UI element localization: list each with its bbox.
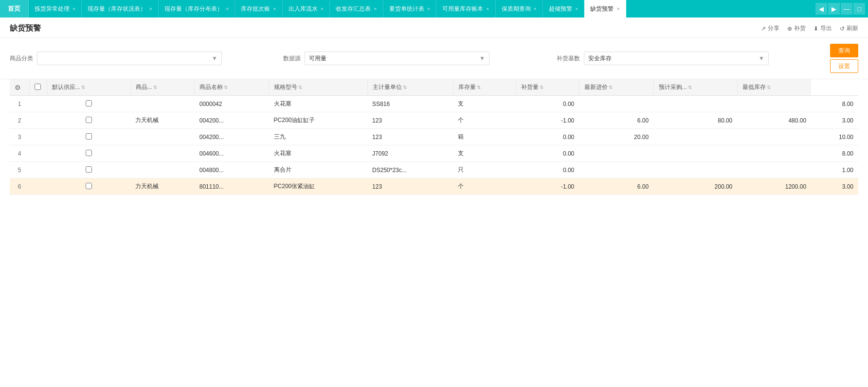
restock-button[interactable]: ⊕ 补货: [787, 24, 806, 33]
close-tab-inventory-dist[interactable]: ×: [226, 6, 229, 12]
page-header: 缺货预警 ↗ 分享 ⊕ 补货 ⬇ 导出 ↺ 刷新: [0, 18, 868, 38]
th-spec[interactable]: 规格型号 ⇅: [269, 79, 368, 96]
tab-overstock[interactable]: 超储预警 ×: [543, 0, 584, 18]
row-est-purchase: 1200.00: [737, 178, 811, 195]
row-checkbox-cell[interactable]: [47, 129, 130, 145]
row-checkbox-cell[interactable]: [47, 162, 130, 178]
row-restock-qty: 6.00: [579, 112, 653, 129]
row-stock: 0.00: [516, 145, 579, 162]
row-checkbox[interactable]: [86, 117, 92, 123]
table-row: 5 004800... 离合片 DS250*23c... 只 0.00 1.00: [10, 162, 858, 178]
nav-max-btn[interactable]: □: [853, 3, 865, 15]
row-checkbox-cell[interactable]: [47, 178, 130, 195]
row-num: 2: [10, 112, 29, 129]
th-settings[interactable]: ⚙: [10, 79, 29, 96]
datasource-select[interactable]: 可用量 ▼: [305, 52, 489, 65]
tab-available-ledger[interactable]: 可用量库存账本 ×: [436, 0, 495, 18]
row-checkbox-cell[interactable]: [47, 145, 130, 162]
export-icon: ⬇: [814, 25, 818, 32]
th-restock-qty[interactable]: 补货量 ⇅: [516, 79, 579, 96]
tab-batch-account[interactable]: 库存批次账 ×: [235, 0, 282, 18]
row-unit: 个: [453, 178, 516, 195]
close-tab-inventory-status[interactable]: ×: [149, 6, 152, 12]
row-code: 004200...: [195, 129, 269, 145]
tab-in-out-flow[interactable]: 出入库流水 ×: [283, 0, 330, 18]
row-latest-price: 80.00: [653, 112, 737, 129]
settings-button[interactable]: 设置: [830, 59, 858, 73]
refresh-button[interactable]: ↺ 刷新: [840, 24, 858, 33]
export-button[interactable]: ⬇ 导出: [814, 24, 832, 33]
row-checkbox-cell[interactable]: [47, 96, 130, 112]
filter-group-category: 商品分类 ▼: [10, 52, 273, 65]
nav-min-btn[interactable]: —: [841, 3, 852, 15]
row-checkbox-cell[interactable]: [47, 112, 130, 129]
row-min-stock: 10.00: [811, 129, 858, 145]
tab-order-stats[interactable]: 要货单统计表 ×: [383, 0, 436, 18]
row-settings-cell: [29, 129, 47, 145]
category-select[interactable]: ▼: [37, 52, 222, 65]
row-name: 火花塞: [269, 145, 368, 162]
row-checkbox[interactable]: [86, 133, 92, 140]
close-tab-available-ledger[interactable]: ×: [486, 6, 489, 12]
close-tab-order-stats[interactable]: ×: [427, 6, 430, 12]
share-icon: ↗: [761, 25, 766, 32]
th-stock[interactable]: 库存量 ⇅: [453, 79, 516, 96]
close-tab-overstock[interactable]: ×: [575, 6, 578, 12]
row-checkbox[interactable]: [86, 100, 92, 106]
query-button[interactable]: 查询: [830, 44, 858, 57]
row-code: 801110...: [195, 178, 269, 195]
row-restock-qty: [579, 145, 653, 162]
row-supplier: [130, 129, 195, 145]
tab-recv-summary[interactable]: 收发存汇总表 ×: [330, 0, 383, 18]
row-num: 3: [10, 129, 29, 145]
category-label: 商品分类: [10, 54, 33, 63]
row-min-stock: 8.00: [811, 96, 858, 112]
close-tab-batch-anomaly[interactable]: ×: [72, 6, 75, 12]
th-code[interactable]: 商品... ⇅: [130, 79, 195, 96]
close-tab-in-out-flow[interactable]: ×: [321, 6, 324, 12]
row-est-purchase: 480.00: [737, 112, 811, 129]
th-supplier[interactable]: 默认供应... ⇅: [47, 79, 130, 96]
tab-batch-anomaly[interactable]: 拣货异常处理 ×: [29, 0, 82, 18]
row-est-purchase: [737, 96, 811, 112]
row-min-stock: 8.00: [811, 145, 858, 162]
row-settings-cell: [29, 178, 47, 195]
row-est-purchase: [737, 129, 811, 145]
replenish-select[interactable]: 安全库存 ▼: [584, 52, 769, 65]
close-tab-expiry-query[interactable]: ×: [534, 6, 537, 12]
row-est-purchase: [737, 145, 811, 162]
th-latest-price[interactable]: 最新进价 ⇅: [579, 79, 653, 96]
table-row: 6 力天机械 801110... PC200张紧油缸 123 个 -1.00 6…: [10, 178, 858, 195]
nav-prev-btn[interactable]: ◀: [815, 3, 827, 15]
close-tab-recv-summary[interactable]: ×: [374, 6, 377, 12]
row-spec: SS816: [367, 96, 453, 112]
row-checkbox[interactable]: [86, 166, 92, 173]
header-actions: ↗ 分享 ⊕ 补货 ⬇ 导出 ↺ 刷新: [761, 24, 858, 33]
tab-shortage[interactable]: 缺货预警 ×: [584, 0, 626, 18]
filter-group-datasource: 数据源 可用量 ▼: [283, 52, 547, 65]
refresh-icon: ↺: [840, 25, 845, 32]
row-num: 1: [10, 96, 29, 112]
row-settings-cell: [29, 96, 47, 112]
th-unit[interactable]: 主计量单位 ⇅: [367, 79, 453, 96]
th-est-purchase[interactable]: 预计采购... ⇅: [653, 79, 737, 96]
share-button[interactable]: ↗ 分享: [761, 24, 779, 33]
th-min-stock[interactable]: 最低库存 ⇅: [737, 79, 811, 96]
tab-expiry-query[interactable]: 保质期查询 ×: [496, 0, 543, 18]
nav-next-btn[interactable]: ▶: [828, 3, 840, 15]
select-all-checkbox[interactable]: [35, 84, 41, 90]
tab-inventory-dist[interactable]: 现存量（库存分布表） ×: [159, 0, 235, 18]
replenish-value: 安全库存: [588, 54, 612, 63]
close-tab-batch-account[interactable]: ×: [273, 6, 276, 12]
table-row: 2 力天机械 004200... PC200油缸缸子 123 个 -1.00 6…: [10, 112, 858, 129]
row-spec: 123: [367, 129, 453, 145]
close-tab-shortage[interactable]: ×: [616, 6, 619, 12]
row-checkbox[interactable]: [86, 150, 92, 156]
th-name[interactable]: 商品名称 ⇅: [195, 79, 269, 96]
tab-home[interactable]: 首页: [0, 0, 29, 18]
row-latest-price: [653, 129, 737, 145]
tab-inventory-status[interactable]: 现存量（库存状况表） ×: [82, 0, 158, 18]
row-checkbox[interactable]: [86, 183, 92, 189]
datasource-arrow: ▼: [479, 55, 485, 62]
row-supplier: 力天机械: [130, 112, 195, 129]
